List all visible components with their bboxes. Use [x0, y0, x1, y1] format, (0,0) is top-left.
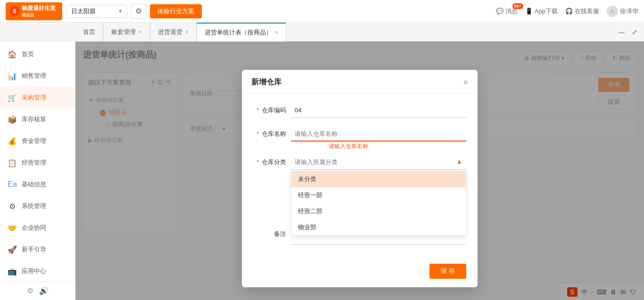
save-button[interactable]: 保 存 [429, 264, 466, 279]
speaker-icon[interactable]: 🔊 [39, 286, 49, 295]
sidebar-item-app-center[interactable]: 📺 应用中心 [0, 260, 75, 282]
dropdown-item-uncategorized[interactable]: 未分类 [291, 171, 466, 187]
purchase-icon: 🛒 [8, 93, 17, 102]
tab-close-account[interactable]: × [139, 29, 142, 35]
user-menu-button[interactable]: 人 徐泽华 [607, 6, 638, 17]
tab-account[interactable]: 账套管理 × [103, 23, 150, 42]
notification-icon: 💬 [496, 8, 504, 15]
dropdown-item-ops2[interactable]: 经营二部 [291, 203, 466, 219]
tab-minimize-button[interactable]: — [616, 26, 627, 38]
sidebar-item-finance[interactable]: 💰 资金管理 [0, 130, 75, 152]
online-service-button[interactable]: 🎧 在线客服 [565, 7, 599, 16]
name-error-message: 请输入仓库名称 [329, 142, 368, 150]
headset-icon: 🎧 [565, 8, 573, 15]
tab-home[interactable]: 首页 [75, 23, 103, 42]
sidebar-item-sales[interactable]: 📊 销售管理 [0, 65, 75, 87]
store-selector[interactable]: 日太阳膜 ▾ [66, 5, 127, 18]
tab-close-purchase-return[interactable]: × [185, 29, 189, 35]
settings-bottom-icon[interactable]: ⚙ [27, 286, 33, 295]
phone-icon: 📱 [525, 8, 533, 15]
gear-icon: ⚙ [135, 7, 142, 16]
tab-controls: — ⤢ [616, 26, 644, 38]
warehouse-name-input[interactable] [291, 126, 466, 142]
experience-button[interactable]: 体验行业方案 [150, 4, 202, 18]
system-icon: ⚙ [8, 202, 17, 211]
dropdown-item-property[interactable]: 物业部 [291, 219, 466, 235]
category-input[interactable] [291, 155, 466, 170]
sidebar-item-operations[interactable]: 📋 经营管理 [0, 152, 75, 174]
tab-expand-button[interactable]: ⤢ [629, 26, 640, 38]
guide-icon: 🚀 [8, 245, 17, 254]
modal-header: 新增仓库 × [242, 70, 478, 93]
home-icon: 🏠 [8, 50, 17, 59]
sidebar-item-home[interactable]: 🏠 首页 [0, 43, 75, 65]
sidebar-item-basic-info[interactable]: Ea 基础信息 [0, 174, 75, 195]
content-area: 进货单统计(按商品) 🖨 按模板打印 ▾ ↑ 导出 ↻ 刷新 [75, 42, 644, 300]
name-label: * 仓库名称 [253, 126, 291, 138]
modal-body: * 仓库编码 * 仓库名称 请输入仓库名称 [242, 93, 478, 258]
new-warehouse-modal: 新增仓库 × * 仓库编码 * [242, 70, 478, 287]
sales-icon: 📊 [8, 72, 17, 81]
sidebar-item-system[interactable]: ⚙ 系统管理 [0, 195, 75, 217]
logo-icon: 6 [9, 6, 20, 17]
logo-area: 6 畅捷通好生意 精品版 [6, 2, 62, 20]
finance-icon: 💰 [8, 137, 17, 146]
sidebar-item-purchase[interactable]: 🛒 采购管理 [0, 87, 75, 108]
sidebar: 🏠 首页 📊 销售管理 🛒 采购管理 📦 库存核算 💰 资金管理 📋 经营管理 … [0, 42, 75, 300]
required-star-category: * [256, 158, 259, 166]
operations-icon: 📋 [8, 158, 17, 167]
remark-label: 备注 [253, 226, 291, 238]
tab-close-purchase-stats[interactable]: × [275, 29, 278, 36]
category-label: * 仓库分类 [253, 155, 291, 167]
chevron-down-icon: ▾ [119, 8, 122, 15]
dropdown-item-ops1[interactable]: 经营一部 [291, 187, 466, 203]
tab-purchase-return[interactable]: 进货退货 × [150, 23, 197, 42]
logo-text: 畅捷通好生意 精品版 [22, 4, 56, 18]
top-bar: 6 畅捷通好生意 精品版 日太阳膜 ▾ ⚙ 体验行业方案 💬 消息 99+ 📱 … [0, 0, 644, 23]
category-dropdown-arrow[interactable]: ▲ [456, 158, 462, 165]
warehouse-code-row: * 仓库编码 [253, 103, 466, 118]
tab-bar: 首页 账套管理 × 进货退货 × 进货单统计表（按商品） × — ⤢ [0, 23, 644, 42]
sidebar-bottom-bar: ⚙ 🔊 [0, 281, 75, 300]
top-right-area: 💬 消息 99+ 📱 App下载 🎧 在线客服 人 徐泽华 [496, 6, 638, 17]
modal-close-button[interactable]: × [463, 78, 468, 87]
basic-info-icon: Ea [8, 180, 17, 189]
warehouse-name-row: * 仓库名称 请输入仓库名称 [253, 126, 466, 142]
sidebar-item-guide[interactable]: 🚀 新手引导 [0, 239, 75, 260]
category-select-wrapper: ▲ 未分类 经营一部 经营二部 物业部 [291, 155, 466, 170]
enterprise-icon: 🤝 [8, 224, 17, 233]
category-dropdown-list: 未分类 经营一部 经营二部 物业部 [291, 171, 466, 236]
main-layout: 🏠 首页 📊 销售管理 🛒 采购管理 📦 库存核算 💰 资金管理 📋 经营管理 … [0, 42, 644, 300]
modal-title: 新增仓库 [251, 77, 281, 87]
code-label: * 仓库编码 [253, 103, 291, 115]
warehouse-category-row: * 仓库分类 ▲ 未分类 经营一部 经营二部 物业部 [253, 155, 466, 170]
warehouse-code-input[interactable] [291, 103, 466, 118]
modal-overlay: 新增仓库 × * 仓库编码 * [75, 42, 644, 300]
inventory-icon: 📦 [8, 115, 17, 124]
gear-button[interactable]: ⚙ [131, 4, 146, 19]
tab-purchase-stats[interactable]: 进货单统计表（按商品） × [197, 23, 286, 42]
required-star-code: * [256, 107, 259, 114]
notification-button[interactable]: 💬 消息 99+ [496, 7, 518, 16]
avatar: 人 [607, 6, 618, 17]
modal-footer: 保 存 [242, 258, 478, 287]
app-download-button[interactable]: 📱 App下载 [525, 7, 558, 16]
sidebar-item-inventory[interactable]: 📦 库存核算 [0, 108, 75, 130]
app-center-icon: 📺 [8, 267, 17, 276]
sidebar-item-enterprise[interactable]: 🤝 企业协同 [0, 217, 75, 239]
required-star-name: * [256, 130, 259, 137]
